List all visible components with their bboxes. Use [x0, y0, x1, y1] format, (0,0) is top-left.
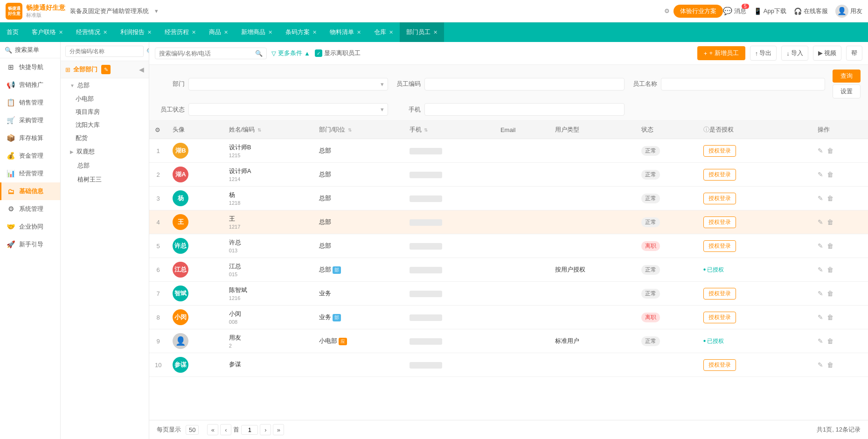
close-icon[interactable]: ✕ [224, 29, 228, 35]
search-btn[interactable]: 🔍 [255, 50, 263, 57]
nav-item-goods[interactable]: 商品 ✕ [202, 22, 235, 42]
auth-btn[interactable]: 授权登录 [703, 216, 736, 228]
nav-item-add-goods[interactable]: 新增商品 ✕ [235, 22, 279, 42]
nav-item-profit[interactable]: 利润报告 ✕ [114, 22, 158, 42]
close-icon[interactable]: ✕ [433, 29, 437, 35]
tree-item-zongbu[interactable]: ▼ 总部 [61, 78, 149, 92]
close-icon[interactable]: ✕ [192, 29, 196, 35]
dept-search-input[interactable] [65, 46, 144, 57]
tree-sub-peihuo[interactable]: 配货 [61, 132, 149, 145]
settings-gear-btn[interactable]: ⚙ [660, 5, 674, 18]
delete-btn[interactable]: 🗑 [827, 147, 833, 154]
edit-btn[interactable]: ✎ [818, 361, 823, 369]
query-btn[interactable]: 查询 [833, 70, 861, 83]
delete-btn[interactable]: 🗑 [827, 361, 833, 369]
app-download-btn[interactable]: 📱 App下载 [754, 7, 786, 15]
dept-edit-icon[interactable]: ✎ [101, 65, 111, 74]
auth-btn[interactable]: 授权登录 [703, 193, 736, 204]
tree-item-shuangluxiang[interactable]: ▶ 双鹿想 [61, 145, 149, 159]
sidebar-search-row[interactable]: 🔍 搜索菜单 [0, 42, 60, 58]
nav-item-customers[interactable]: 客户联络 ✕ [25, 22, 69, 42]
system-dropdown-btn[interactable]: ▾ [152, 7, 161, 16]
nav-item-bom[interactable]: 物料清单 ✕ [323, 22, 368, 42]
reset-btn[interactable]: 设置 [833, 84, 861, 98]
close-icon[interactable]: ✕ [147, 29, 152, 35]
emp-name-input[interactable] [661, 78, 825, 91]
sidebar-item-inventory[interactable]: 📦 库存核算 [0, 129, 60, 147]
page-size-value[interactable]: 50 [186, 425, 199, 435]
user-menu-btn[interactable]: 👤 用友 [835, 5, 862, 18]
sidebar-item-business[interactable]: 📊 经营管理 [0, 165, 60, 182]
col-phone[interactable]: 手机 ⇅ [404, 121, 495, 139]
tree-sub-shenyangdaku[interactable]: 沈阳大库 [61, 118, 149, 132]
export-btn[interactable]: ↑ 导出 [750, 46, 777, 61]
sidebar-item-base-info[interactable]: 🗂 基础信息 [0, 182, 60, 200]
nav-item-barcode[interactable]: 条码方案 ✕ [279, 22, 323, 42]
import-btn[interactable]: ↓ 导入 [781, 46, 808, 61]
delete-btn[interactable]: 🗑 [827, 195, 833, 202]
auth-btn[interactable]: 授权登录 [703, 288, 736, 300]
tree-item-zhishuwangsan[interactable]: 植树王三 [61, 173, 149, 187]
sidebar-item-guide[interactable]: 🚀 新手引导 [0, 236, 60, 253]
nav-item-history[interactable]: 经营历程 ✕ [158, 22, 202, 42]
nav-item-operations[interactable]: 经营情况 ✕ [69, 22, 114, 42]
prev-page-btn[interactable]: ‹ [220, 424, 231, 435]
last-page-btn[interactable]: » [273, 424, 284, 435]
delete-btn[interactable]: 🗑 [827, 242, 833, 250]
help-btn[interactable]: 帮 [846, 46, 862, 61]
tree-item-zongbu2[interactable]: 总部 [61, 159, 149, 173]
sidebar-item-system[interactable]: ⚙ 系统管理 [0, 200, 60, 218]
collapse-btn[interactable]: ◀ [139, 66, 144, 73]
add-emp-btn[interactable]: + + 新增员工 [697, 46, 745, 60]
col-settings[interactable]: ⚙ [149, 121, 167, 139]
edit-btn[interactable]: ✎ [818, 337, 823, 345]
dept-select[interactable]: ▾ [188, 78, 388, 91]
sidebar-item-marketing[interactable]: 📢 营销推广 [0, 76, 60, 94]
close-icon[interactable]: ✕ [268, 29, 272, 35]
delete-btn[interactable]: 🗑 [827, 266, 833, 273]
emp-code-input[interactable] [424, 78, 624, 91]
delete-btn[interactable]: 🗑 [827, 171, 833, 178]
close-icon[interactable]: ✕ [357, 29, 361, 35]
video-btn[interactable]: ▶ 视频 [813, 46, 841, 61]
sidebar-item-purchase[interactable]: 🛒 采购管理 [0, 111, 60, 129]
message-btn[interactable]: 💬 消息 5 [723, 7, 746, 15]
nav-item-warehouse[interactable]: 仓库 ✕ [368, 22, 400, 42]
edit-btn[interactable]: ✎ [818, 218, 823, 226]
first-page-btn[interactable]: « [207, 424, 218, 435]
trial-btn[interactable]: 体验行业方案 [674, 5, 723, 18]
close-icon[interactable]: ✕ [59, 29, 63, 35]
edit-btn[interactable]: ✎ [818, 171, 823, 178]
auth-btn[interactable]: 授权登录 [703, 359, 736, 371]
online-service-btn[interactable]: 🎧 在线客服 [794, 7, 828, 15]
auth-btn[interactable]: 授权登录 [703, 240, 736, 252]
search-input[interactable] [159, 50, 252, 57]
edit-btn[interactable]: ✎ [818, 266, 823, 273]
next-page-btn[interactable]: › [260, 424, 271, 435]
sidebar-item-collab[interactable]: 🤝 企业协同 [0, 218, 60, 236]
edit-btn[interactable]: ✎ [818, 147, 823, 154]
delete-btn[interactable]: 🗑 [827, 218, 833, 226]
phone-input[interactable] [424, 103, 624, 116]
col-name-code[interactable]: 姓名/编码 ⇅ [223, 121, 313, 139]
edit-btn[interactable]: ✎ [818, 290, 823, 297]
page-input[interactable] [241, 425, 258, 435]
tree-sub-xiaodiaobu[interactable]: 小电部 [61, 92, 149, 105]
delete-btn[interactable]: 🗑 [827, 314, 833, 321]
auth-btn[interactable]: 授权登录 [703, 312, 736, 323]
close-icon[interactable]: ✕ [312, 29, 317, 35]
delete-btn[interactable]: 🗑 [827, 290, 833, 297]
nav-item-dept-emp[interactable]: 部门员工 ✕ [400, 22, 444, 42]
sidebar-item-sales[interactable]: 📋 销售管理 [0, 94, 60, 111]
sidebar-item-finance[interactable]: 💰 资金管理 [0, 147, 60, 165]
auth-btn[interactable]: 授权登录 [703, 145, 736, 157]
close-icon[interactable]: ✕ [103, 29, 107, 35]
edit-btn[interactable]: ✎ [818, 195, 823, 202]
show-resigned-toggle[interactable]: ✓ 显示离职员工 [315, 49, 361, 57]
nav-item-home[interactable]: 首页 [0, 22, 25, 42]
tree-sub-xiangmukufang[interactable]: 项目库房 [61, 105, 149, 118]
auth-btn[interactable]: 授权登录 [703, 169, 736, 181]
edit-btn[interactable]: ✎ [818, 314, 823, 321]
emp-status-select[interactable]: ▾ [188, 103, 388, 116]
delete-btn[interactable]: 🗑 [827, 337, 833, 345]
